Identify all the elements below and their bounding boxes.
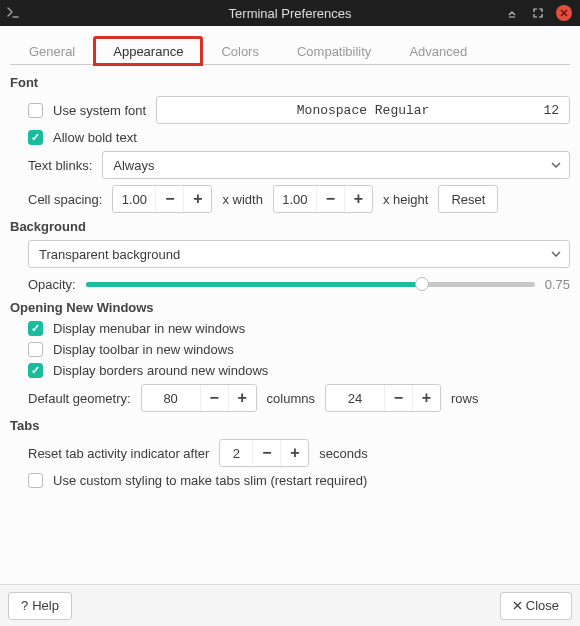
section-tabs: Tabs — [10, 418, 570, 433]
label-x-height: x height — [383, 192, 429, 207]
select-text-blinks-value: Always — [113, 158, 154, 173]
chevron-down-icon — [551, 162, 561, 168]
chevron-down-icon — [551, 251, 561, 257]
spin-reset-seconds[interactable]: 2 − + — [219, 439, 309, 467]
checkbox-slim-tabs[interactable] — [28, 473, 43, 488]
window-title: Terminal Preferences — [0, 6, 580, 21]
minus-icon[interactable]: − — [316, 185, 344, 213]
minus-icon[interactable]: − — [155, 185, 183, 213]
label-text-blinks: Text blinks: — [28, 158, 92, 173]
label-x-width: x width — [222, 192, 262, 207]
label-toolbar: Display toolbar in new windows — [53, 342, 234, 357]
checkbox-use-system-font[interactable] — [28, 103, 43, 118]
help-icon: ? — [21, 598, 28, 613]
label-opacity: Opacity: — [28, 277, 76, 292]
section-new-windows: Opening New Windows — [10, 300, 570, 315]
minimize-icon[interactable] — [504, 5, 520, 21]
section-background: Background — [10, 219, 570, 234]
tab-bar: General Appearance Colors Compatibility … — [10, 36, 570, 65]
font-size: 12 — [543, 103, 559, 118]
spin-columns-value[interactable]: 80 — [142, 391, 200, 406]
checkbox-allow-bold[interactable]: ✓ — [28, 130, 43, 145]
label-columns: columns — [267, 391, 315, 406]
label-reset-indicator-prefix: Reset tab activity indicator after — [28, 446, 209, 461]
app-icon — [0, 7, 26, 19]
tab-colors[interactable]: Colors — [202, 37, 278, 65]
reset-cell-spacing-button[interactable]: Reset — [438, 185, 498, 213]
maximize-icon[interactable] — [530, 5, 546, 21]
opacity-value: 0.75 — [545, 277, 570, 292]
plus-icon[interactable]: + — [183, 185, 211, 213]
label-slim-tabs: Use custom styling to make tabs slim (re… — [53, 473, 367, 488]
label-default-geometry: Default geometry: — [28, 391, 131, 406]
minus-icon[interactable]: − — [252, 439, 280, 467]
close-icon[interactable] — [556, 5, 572, 21]
section-font: Font — [10, 75, 570, 90]
spin-cell-height-value[interactable]: 1.00 — [274, 192, 316, 207]
spin-rows[interactable]: 24 − + — [325, 384, 441, 412]
plus-icon[interactable]: + — [344, 185, 372, 213]
label-use-system-font: Use system font — [53, 103, 146, 118]
spin-cell-width[interactable]: 1.00 − + — [112, 185, 212, 213]
slider-thumb[interactable] — [415, 277, 429, 291]
tab-general[interactable]: General — [10, 37, 94, 65]
font-name: Monospace Regular — [297, 103, 430, 118]
font-chooser-button[interactable]: Monospace Regular 12 — [156, 96, 570, 124]
label-cell-spacing: Cell spacing: — [28, 192, 102, 207]
label-menubar: Display menubar in new windows — [53, 321, 245, 336]
close-x-icon — [513, 601, 522, 610]
close-button[interactable]: Close — [500, 592, 572, 620]
tab-compatibility[interactable]: Compatibility — [278, 37, 390, 65]
select-text-blinks[interactable]: Always — [102, 151, 570, 179]
tab-advanced[interactable]: Advanced — [390, 37, 486, 65]
label-rows: rows — [451, 391, 478, 406]
minus-icon[interactable]: − — [200, 384, 228, 412]
select-background-type-value: Transparent background — [39, 247, 180, 262]
content-area: General Appearance Colors Compatibility … — [0, 26, 580, 584]
label-allow-bold: Allow bold text — [53, 130, 137, 145]
footer: ? Help Close — [0, 584, 580, 626]
spin-columns[interactable]: 80 − + — [141, 384, 257, 412]
checkbox-borders[interactable]: ✓ — [28, 363, 43, 378]
help-button[interactable]: ? Help — [8, 592, 72, 620]
spin-reset-seconds-value[interactable]: 2 — [220, 446, 252, 461]
spin-cell-height[interactable]: 1.00 − + — [273, 185, 373, 213]
minus-icon[interactable]: − — [384, 384, 412, 412]
plus-icon[interactable]: + — [412, 384, 440, 412]
spin-rows-value[interactable]: 24 — [326, 391, 384, 406]
plus-icon[interactable]: + — [280, 439, 308, 467]
plus-icon[interactable]: + — [228, 384, 256, 412]
label-reset-indicator-suffix: seconds — [319, 446, 367, 461]
titlebar: Terminal Preferences — [0, 0, 580, 26]
select-background-type[interactable]: Transparent background — [28, 240, 570, 268]
checkbox-toolbar[interactable] — [28, 342, 43, 357]
label-borders: Display borders around new windows — [53, 363, 268, 378]
tab-appearance[interactable]: Appearance — [94, 37, 202, 65]
checkbox-menubar[interactable]: ✓ — [28, 321, 43, 336]
opacity-slider[interactable] — [86, 276, 535, 292]
spin-cell-width-value[interactable]: 1.00 — [113, 192, 155, 207]
